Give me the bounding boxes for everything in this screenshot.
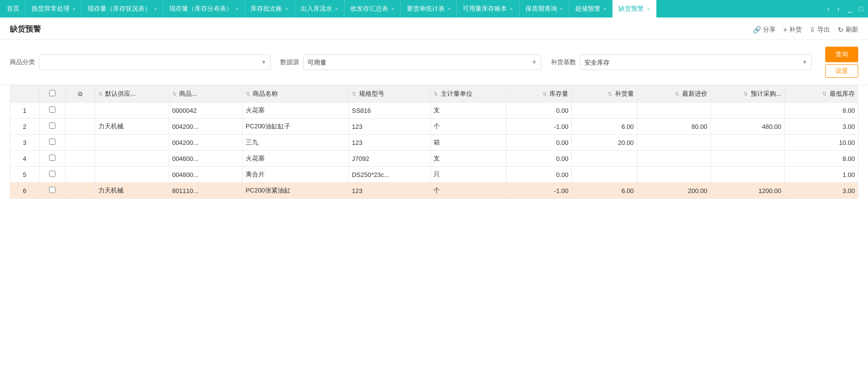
- tab-minimize[interactable]: ⎯: [844, 0, 855, 18]
- tab-scroll-right[interactable]: ›: [833, 0, 844, 18]
- tab-shelf-life[interactable]: 保质期查询 ×: [520, 0, 569, 18]
- cell-replenish-3: [572, 151, 637, 167]
- tab-scroll-left[interactable]: ‹: [823, 0, 833, 18]
- replenish-basis-filter-group: 补货基数 安全库存 最低库存 ▼: [551, 54, 812, 70]
- row-checkbox-3[interactable]: [49, 155, 55, 161]
- replenish-icon: +: [783, 26, 787, 34]
- cell-replenish-2: 20.00: [572, 135, 637, 151]
- settings-gear-icon[interactable]: ⚙: [77, 90, 83, 98]
- cell-minstk-3: 8.00: [784, 151, 858, 167]
- cell-check-1[interactable]: [39, 119, 66, 135]
- tab-close-batch-account[interactable]: ×: [285, 6, 288, 12]
- cell-name-0: 火花塞: [242, 103, 348, 119]
- datasource-label: 数据源: [280, 58, 299, 67]
- cell-unit-5: 个: [431, 183, 506, 199]
- col-header-code: ⇅ 商品...: [169, 86, 242, 103]
- replenish-basis-select[interactable]: 安全库存 最低库存: [580, 54, 812, 70]
- cell-check-3[interactable]: [39, 151, 66, 167]
- category-filter-group: 商品分类 ▼: [10, 54, 271, 70]
- tab-close-receive-summary[interactable]: ×: [391, 6, 394, 12]
- cell-num-0: 1: [10, 103, 39, 119]
- main-content: 缺货预警 🔗 分享 + 补货 ⇩ 导出 ↻ 刷新 商品分类: [0, 18, 868, 387]
- tab-current-stock-status[interactable]: 现存量（库存状况表） ×: [82, 0, 163, 18]
- cell-check-4[interactable]: [39, 167, 66, 183]
- page-header: 缺货预警 🔗 分享 + 补货 ⇩ 导出 ↻ 刷新: [0, 18, 868, 40]
- cell-check-2[interactable]: [39, 135, 66, 151]
- cell-stock-3: 0.00: [506, 151, 571, 167]
- tab-close-available-ledger[interactable]: ×: [510, 6, 513, 12]
- tab-available-ledger[interactable]: 可用量库存账本 ×: [457, 0, 519, 18]
- tab-close-in-out-flow[interactable]: ×: [335, 6, 338, 12]
- export-button[interactable]: ⇩ 导出: [810, 25, 830, 34]
- tab-close-shelf-life[interactable]: ×: [560, 6, 563, 12]
- cell-settings-2: [66, 135, 95, 151]
- row-checkbox-1[interactable]: [49, 123, 55, 129]
- cell-num-5: 6: [10, 183, 39, 199]
- tab-current-stock-dist[interactable]: 现存量（库存分布表） ×: [163, 0, 245, 18]
- col-header-name: ⇅ 商品名称: [242, 86, 348, 103]
- tab-close-overstock-warning[interactable]: ×: [603, 6, 606, 12]
- datasource-select[interactable]: 可用量 库存量: [303, 54, 541, 70]
- filter-row: 商品分类 ▼ 数据源 可用量 库存量 ▼ 补货基数 安全库: [0, 40, 868, 85]
- cell-price-0: [637, 103, 710, 119]
- tab-batch-account[interactable]: 库存批次账 ×: [245, 0, 294, 18]
- tab-close-demand-stats[interactable]: ×: [448, 6, 451, 12]
- category-select[interactable]: [39, 54, 271, 70]
- cell-code-2: 004200...: [169, 135, 242, 151]
- select-all-checkbox[interactable]: [49, 90, 55, 96]
- col-header-check[interactable]: [39, 86, 66, 103]
- cell-spec-5: 123: [349, 183, 431, 199]
- row-checkbox-5[interactable]: [49, 187, 55, 193]
- tab-in-out-flow[interactable]: 出入库流水 ×: [295, 0, 344, 18]
- refresh-button[interactable]: ↻ 刷新: [838, 25, 858, 34]
- table-header-row: ⚙ ⇅ 默认供应... ⇅ 商品... ⇅ 商品名称 ⇅: [10, 86, 858, 103]
- sort-icon-replenish: ⇅: [608, 91, 612, 97]
- table-row: 6 力天机械 801110... PC200张紧油缸 123 个 -1.00 6…: [10, 183, 858, 199]
- tab-pick-exception[interactable]: 拣货异常处理 ×: [26, 0, 82, 18]
- row-checkbox-0[interactable]: [49, 106, 55, 113]
- cell-price-1: 80.00: [637, 119, 710, 135]
- cell-check-5[interactable]: [39, 183, 66, 199]
- cell-replenish-4: [572, 167, 637, 183]
- tab-close-pick-exception[interactable]: ×: [72, 6, 75, 12]
- tab-close-current-stock-dist[interactable]: ×: [235, 6, 238, 12]
- category-label: 商品分类: [10, 58, 35, 67]
- refresh-icon: ↻: [838, 26, 844, 34]
- col-header-minstk: ⇅ 最低库存: [784, 86, 858, 103]
- cell-settings-3: [66, 151, 95, 167]
- cell-price-3: [637, 151, 710, 167]
- cell-supplier-1: 力天机械: [95, 119, 169, 135]
- row-checkbox-2[interactable]: [49, 139, 55, 145]
- page-title: 缺货预警: [10, 24, 41, 35]
- cell-name-5: PC200张紧油缸: [242, 183, 348, 199]
- replenish-button[interactable]: + 补货: [783, 25, 802, 34]
- tab-close-shortage-warning[interactable]: ×: [647, 6, 650, 12]
- tab-overstock-warning[interactable]: 超储预警 ×: [569, 0, 613, 18]
- cell-num-2: 3: [10, 135, 39, 151]
- cell-check-0[interactable]: [39, 103, 66, 119]
- cell-spec-2: 123: [349, 135, 431, 151]
- tab-demand-stats[interactable]: 要货单统计表 ×: [401, 0, 457, 18]
- query-button[interactable]: 查询: [825, 47, 858, 62]
- cell-minstk-1: 3.00: [784, 119, 858, 135]
- share-button[interactable]: 🔗 分享: [753, 25, 776, 34]
- tab-nav-buttons: ‹ › ⎯ □: [823, 0, 867, 18]
- cell-code-1: 004200...: [169, 119, 242, 135]
- cell-num-4: 5: [10, 167, 39, 183]
- settings-button[interactable]: 设置: [825, 64, 858, 78]
- tab-receive-summary[interactable]: 收发存汇总表 ×: [344, 0, 400, 18]
- tab-home[interactable]: 首页: [1, 0, 26, 18]
- tab-maximize[interactable]: □: [855, 0, 867, 18]
- cell-stock-4: 0.00: [506, 167, 571, 183]
- cell-num-1: 2: [10, 119, 39, 135]
- col-header-spec: ⇅ 规格型号: [349, 86, 431, 103]
- tab-shortage-warning[interactable]: 缺货预警 ×: [613, 0, 656, 18]
- sort-icon-supplier: ⇅: [98, 91, 103, 97]
- col-header-replenish: ⇅ 补货量: [572, 86, 637, 103]
- row-checkbox-4[interactable]: [49, 171, 55, 177]
- tab-close-current-stock-status[interactable]: ×: [154, 6, 157, 12]
- col-header-unit: ⇅ 主计量单位: [431, 86, 506, 103]
- filter-actions: 查询 设置: [825, 47, 858, 78]
- cell-spec-1: 123: [349, 119, 431, 135]
- cell-code-5: 801110...: [169, 183, 242, 199]
